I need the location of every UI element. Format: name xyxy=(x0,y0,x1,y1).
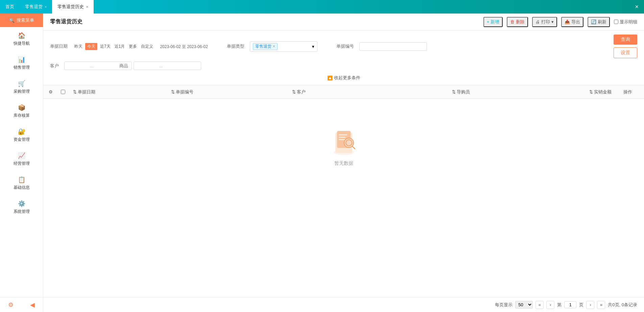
prev-page-button[interactable]: ‹ xyxy=(546,301,554,309)
sidebar-item-finance[interactable]: 🔐 资金管理 xyxy=(0,123,43,147)
delete-icon: 🗑 xyxy=(510,19,515,24)
tab-retail-return[interactable]: 零售退货 × xyxy=(20,0,52,14)
main-layout: 🔍 搜索菜单 🏠 快捷导航 📊 销售管理 🛒 采购管理 📦 库存核算 🔐 资金管… xyxy=(0,14,644,312)
date-btn-today[interactable]: 今天 xyxy=(85,43,97,50)
basic-info-icon: 📋 xyxy=(18,176,25,183)
th-guide[interactable]: ⇅ 导购员 xyxy=(449,89,532,95)
refresh-label: 刷新 xyxy=(598,19,606,25)
th-checkbox[interactable] xyxy=(58,90,70,94)
export-button[interactable]: 📤 导出 xyxy=(561,17,583,27)
select-all-checkbox[interactable] xyxy=(61,90,65,94)
sidebar-search[interactable]: 🔍 搜索菜单 xyxy=(0,14,43,27)
collapse-sidebar-icon[interactable]: ◀ xyxy=(30,301,35,309)
delete-button[interactable]: 🗑 删除 xyxy=(507,17,528,27)
search-icon: 🔍 xyxy=(9,18,15,23)
sidebar-item-inventory[interactable]: 📦 库存核算 xyxy=(0,99,43,123)
date-range: 2023-06-02 至 2023-06-02 xyxy=(160,44,208,50)
th-date[interactable]: ⇅ 单据日期 xyxy=(70,89,168,95)
sidebar-item-inventory-label: 库存核算 xyxy=(14,113,30,118)
setting-button[interactable]: 设置 xyxy=(614,47,637,58)
date-btn-yesterday[interactable]: 昨天 xyxy=(73,43,84,50)
sidebar-item-operation-label: 经营管理 xyxy=(14,161,30,166)
date-btn-custom[interactable]: 自定义 xyxy=(140,43,154,50)
sort-icon: ⇅ xyxy=(73,89,77,94)
product-input[interactable] xyxy=(134,62,201,70)
sidebar: 🔍 搜索菜单 🏠 快捷导航 📊 销售管理 🛒 采购管理 📦 库存核算 🔐 资金管… xyxy=(0,14,43,312)
sidebar-item-sales-mgmt[interactable]: 📊 销售管理 xyxy=(0,51,43,75)
per-page-select[interactable]: 50 10 20 100 xyxy=(515,301,533,309)
sidebar-item-purchase-mgmt[interactable]: 🛒 采购管理 xyxy=(0,75,43,99)
type-filter-select[interactable]: 零售退货 × ▾ xyxy=(250,41,317,52)
print-dropdown-icon: ▾ xyxy=(551,19,554,24)
type-filter-tag-label: 零售退货 xyxy=(255,44,271,49)
settings-footer-icon[interactable]: ⚙ xyxy=(8,301,14,309)
page-number-input[interactable] xyxy=(564,301,576,308)
display-toggle-label: 显示明细 xyxy=(620,19,637,25)
sidebar-item-quick-nav[interactable]: 🏠 快捷导航 xyxy=(0,27,43,51)
filter-area: 单据日期 昨天 今天 近7天 近1月 更多 自定义 2023-06-02 至 2… xyxy=(43,30,644,85)
sidebar-item-purchase-mgmt-label: 采购管理 xyxy=(14,89,30,94)
page-title: 零售退货历史 xyxy=(50,18,82,25)
th-num[interactable]: ⇅ 单据编号 xyxy=(168,89,289,95)
print-icon: 🖨 xyxy=(535,19,540,24)
th-customer-label: 客户 xyxy=(297,89,306,95)
sidebar-item-system-label: 系统管理 xyxy=(14,209,30,215)
sidebar-item-system[interactable]: ⚙️ 系统管理 xyxy=(0,195,43,219)
tab-home-label: 首页 xyxy=(5,4,14,10)
sales-icon: 📊 xyxy=(18,56,25,63)
tab-retail-return-history[interactable]: 零售退货历史 × xyxy=(52,0,93,14)
system-icon: ⚙️ xyxy=(18,200,25,207)
th-num-label: 单据编号 xyxy=(176,89,193,95)
type-filter-tag-remove[interactable]: × xyxy=(273,44,275,49)
query-button[interactable]: 查询 xyxy=(614,35,637,45)
export-label: 导出 xyxy=(571,19,580,25)
svg-rect-3 xyxy=(339,134,347,135)
tab-retail-return-label: 零售退货 xyxy=(25,4,43,10)
empty-text: 暂无数据 xyxy=(334,160,353,166)
empty-icon xyxy=(327,126,361,156)
display-toggle: 显示明细 xyxy=(614,19,637,25)
th-action-label: 操作 xyxy=(623,89,632,95)
print-button[interactable]: 🖨 打印 ▾ xyxy=(532,17,557,27)
tab-retail-return-history-close[interactable]: × xyxy=(86,5,88,9)
toolbar: + 新增 🗑 删除 🖨 打印 ▾ 📤 导出 🔄 刷新 xyxy=(483,17,637,27)
sidebar-item-basic-info[interactable]: 📋 基础信息 xyxy=(0,171,43,195)
first-page-button[interactable]: « xyxy=(535,301,544,309)
tab-retail-return-close[interactable]: × xyxy=(45,5,47,9)
content-area: 零售退货历史 + 新增 🗑 删除 🖨 打印 ▾ 📤 导出 🔄 xyxy=(43,14,644,312)
sidebar-item-sales-mgmt-label: 销售管理 xyxy=(14,65,30,70)
collapse-button[interactable]: 🔼 收起更多条件 xyxy=(327,75,360,81)
date-btn-more[interactable]: 更多 xyxy=(127,43,138,50)
doc-num-input[interactable] xyxy=(359,42,427,51)
sort-icon-guide: ⇅ xyxy=(452,89,456,94)
finance-icon: 🔐 xyxy=(18,128,25,135)
type-dropdown-icon: ▾ xyxy=(312,44,314,49)
operation-icon: 📈 xyxy=(18,152,25,159)
th-amount[interactable]: ⇅ 实销金额 xyxy=(532,89,614,95)
doc-num-filter-label: 单据编号 xyxy=(336,43,354,49)
new-button[interactable]: + 新增 xyxy=(483,17,503,27)
th-action: 操作 xyxy=(614,89,641,95)
date-btn-1month[interactable]: 近1月 xyxy=(113,43,126,50)
tab-retail-return-history-label: 零售退货历史 xyxy=(57,4,84,10)
export-icon: 📤 xyxy=(565,19,570,24)
per-page-label: 每页显示 xyxy=(495,302,512,308)
collapse-label: 收起更多条件 xyxy=(334,75,360,81)
svg-line-8 xyxy=(352,146,355,149)
sidebar-item-operation[interactable]: 📈 经营管理 xyxy=(0,147,43,171)
last-page-button[interactable]: » xyxy=(597,301,605,309)
tab-home[interactable]: 首页 xyxy=(0,0,20,14)
th-settings[interactable]: ⚙ xyxy=(46,89,58,94)
filter-row-2: 客户 ... 商品 ... xyxy=(50,62,637,70)
purchase-icon: 🛒 xyxy=(18,80,25,87)
date-btn-7days[interactable]: 近7天 xyxy=(99,43,112,50)
display-toggle-checkbox[interactable] xyxy=(614,20,618,24)
page-header: 零售退货历史 + 新增 🗑 删除 🖨 打印 ▾ 📤 导出 🔄 xyxy=(43,14,644,30)
page-label: 第 xyxy=(557,302,562,308)
th-date-label: 单据日期 xyxy=(78,89,95,95)
next-page-button[interactable]: › xyxy=(586,301,594,309)
th-customer[interactable]: ⇅ 客户 xyxy=(289,89,449,95)
refresh-button[interactable]: 🔄 刷新 xyxy=(588,17,610,27)
th-amount-label: 实销金额 xyxy=(594,89,612,95)
window-close-button[interactable]: × xyxy=(629,3,644,10)
